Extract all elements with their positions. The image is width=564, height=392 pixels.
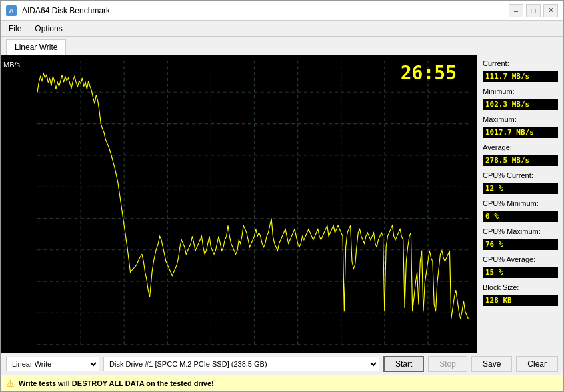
menu-bar: File Options [1,21,563,37]
maximum-label: Maximum: [483,115,558,123]
cpu-minimum-value: 0 % [483,211,558,222]
menu-options[interactable]: Options [29,23,67,35]
minimize-button[interactable]: – [509,4,523,17]
current-value: 111.7 MB/s [483,71,558,82]
drive-dropdown[interactable]: Disk Drive #1 [SPCC M.2 PCIe SSD] (238.5… [103,357,379,371]
main-content: MB/s 26:55 1062 944 826 708 [1,55,563,353]
average-value: 278.5 MB/s [483,155,558,166]
close-button[interactable]: ✕ [543,4,558,17]
title-controls: – □ ✕ [509,4,558,17]
main-window: A AIDA64 Disk Benchmark – □ ✕ File Optio… [0,0,564,392]
cpu-current-value: 12 % [483,183,558,194]
cpu-current-label: CPU% Current: [483,171,558,179]
warning-bar: ⚠ Write tests will DESTROY ALL DATA on t… [1,375,563,391]
save-button[interactable]: Save [471,356,512,372]
tab-bar: Linear Write [1,37,563,55]
app-icon: A [6,5,17,16]
chart-y-label: MB/s [3,61,20,69]
warning-text: Write tests will DESTROY ALL DATA on the… [19,379,214,387]
bottom-controls: Linear Write Disk Drive #1 [SPCC M.2 PCI… [1,353,563,375]
chart-area: MB/s 26:55 1062 944 826 708 [1,55,477,353]
cpu-minimum-label: CPU% Minimum: [483,199,558,207]
test-type-dropdown[interactable]: Linear Write [6,357,99,371]
stop-button[interactable]: Stop [428,356,467,372]
minimum-value: 102.3 MB/s [483,99,558,110]
window-title: AIDA64 Disk Benchmark [22,6,110,15]
cpu-average-label: CPU% Average: [483,255,558,263]
block-size-value: 128 KB [483,295,558,306]
block-size-label: Block Size: [483,283,558,291]
maximize-button[interactable]: □ [526,4,541,17]
warning-bold-text: Write tests will DESTROY ALL DATA on the… [19,379,214,387]
warning-icon: ⚠ [6,378,15,389]
minimum-label: Minimum: [483,87,558,95]
start-button[interactable]: Start [383,356,424,372]
menu-file[interactable]: File [3,23,27,35]
cpu-maximum-label: CPU% Maximum: [483,227,558,235]
cpu-maximum-value: 76 % [483,239,558,250]
tab-linear-write[interactable]: Linear Write [6,39,66,55]
maximum-value: 1017.7 MB/s [483,127,558,138]
chart-svg: 1062 944 826 708 590 472 354 [37,61,471,347]
cpu-average-value: 15 % [483,267,558,278]
title-bar: A AIDA64 Disk Benchmark – □ ✕ [1,1,563,21]
clear-button[interactable]: Clear [516,356,558,372]
chart-timer: 26:55 [401,62,457,84]
right-panel: Current: 111.7 MB/s Minimum: 102.3 MB/s … [477,55,563,353]
current-label: Current: [483,59,558,67]
average-label: Average: [483,143,558,151]
